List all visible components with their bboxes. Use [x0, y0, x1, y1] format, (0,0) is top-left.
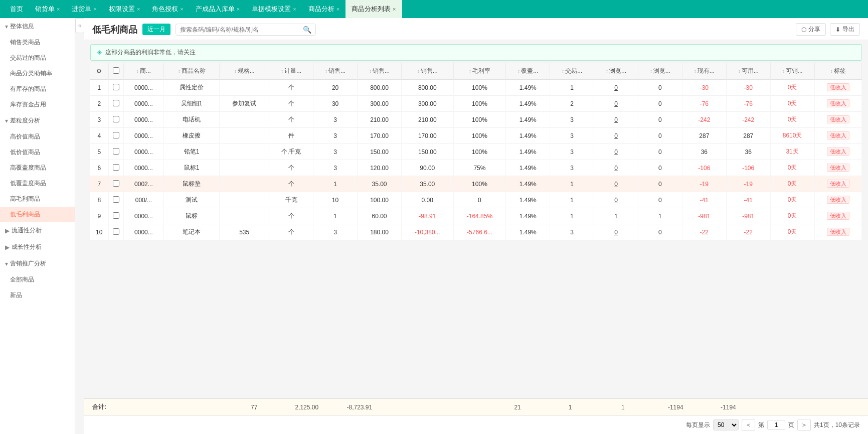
- sidebar-item-new-products[interactable]: 新品: [0, 287, 75, 303]
- nav-products-in[interactable]: 产成品入库单 ×: [190, 0, 246, 18]
- row-select-checkbox[interactable]: [113, 116, 119, 122]
- row-select-checkbox[interactable]: [113, 228, 119, 235]
- col-code[interactable]: ↕商...: [123, 63, 164, 80]
- row-browse1[interactable]: 0: [594, 112, 638, 128]
- nav-templates[interactable]: 单据模板设置 ×: [246, 0, 302, 18]
- row-browse1[interactable]: 1: [594, 208, 638, 224]
- sidebar-group-marketing[interactable]: ▾ 营销推广分析: [0, 255, 75, 272]
- col-sale-profit[interactable]: ↕销售...: [401, 63, 453, 80]
- sidebar-group-overall[interactable]: ▾ 整体信息: [0, 18, 75, 35]
- close-product-analysis-icon[interactable]: ×: [336, 6, 339, 12]
- table-row: 4 0000... 橡皮擦 件 3 170.00 170.00 100% 1.4…: [90, 128, 862, 144]
- col-unit[interactable]: ↕计量...: [269, 63, 313, 80]
- col-profit-rate[interactable]: ↕毛利率: [453, 63, 506, 80]
- tag-badge: 低收入: [827, 115, 849, 123]
- sidebar-item-all-products[interactable]: 全部商品: [0, 272, 75, 287]
- close-roles-icon[interactable]: ×: [180, 6, 183, 12]
- nav-product-analysis[interactable]: 商品分析 ×: [302, 0, 345, 18]
- close-permissions-icon[interactable]: ×: [137, 6, 140, 12]
- close-templates-icon[interactable]: ×: [293, 6, 296, 12]
- nav-permissions[interactable]: 权限设置 ×: [103, 0, 146, 18]
- col-current[interactable]: ↕现有...: [682, 63, 726, 80]
- sidebar-item-sales-products[interactable]: 销售类商品: [0, 35, 75, 50]
- col-browse2[interactable]: ↕浏览...: [638, 63, 682, 80]
- row-select-checkbox[interactable]: [113, 84, 119, 90]
- sidebar-item-inventory-capital[interactable]: 库存资金占用: [0, 97, 75, 112]
- page-number-input[interactable]: [767, 420, 785, 430]
- sidebar-item-low-margin[interactable]: 低毛利商品: [0, 207, 75, 222]
- row-select-checkbox[interactable]: [113, 132, 119, 138]
- row-browse1[interactable]: 0: [594, 192, 638, 208]
- tag-badge: 低收入: [827, 196, 849, 204]
- total-sale-qty: 77: [228, 404, 280, 411]
- row-tag: 低收入: [814, 112, 861, 128]
- export-button[interactable]: ⬇ 导出: [830, 23, 860, 36]
- row-browse1[interactable]: 0: [594, 224, 638, 240]
- tag-badge: 低收入: [827, 212, 849, 220]
- row-checkbox: [108, 80, 123, 96]
- col-gross-rate[interactable]: ↕覆盖...: [506, 63, 550, 80]
- row-available: -106: [726, 160, 770, 176]
- sidebar-item-high-coverage[interactable]: 高覆盖度商品: [0, 160, 75, 176]
- sidebar-item-category-rate[interactable]: 商品分类助销率: [0, 66, 75, 81]
- col-name[interactable]: ↕商品名称: [164, 63, 220, 80]
- sidebar-group-granular[interactable]: ▾ 差粒度分析: [0, 112, 75, 129]
- sidebar-item-low-value[interactable]: 低价值商品: [0, 144, 75, 160]
- nav-roles[interactable]: 角色授权 ×: [146, 0, 189, 18]
- nav-purchase[interactable]: 进货单 ×: [66, 0, 102, 18]
- row-browse1[interactable]: 0: [594, 128, 638, 144]
- filter-period-button[interactable]: 近一月: [142, 24, 170, 35]
- close-sales-icon[interactable]: ×: [57, 6, 60, 12]
- col-browse1[interactable]: ↕浏览...: [594, 63, 638, 80]
- row-select-checkbox[interactable]: [113, 164, 119, 171]
- row-sale-qty: 1: [313, 176, 358, 192]
- sidebar-item-traded-products[interactable]: 交易过的商品: [0, 50, 75, 66]
- row-browse1[interactable]: 0: [594, 176, 638, 192]
- row-browse1[interactable]: 0: [594, 144, 638, 160]
- row-browse1[interactable]: 0: [594, 96, 638, 112]
- sidebar-group-growth[interactable]: ▶ 成长性分析: [0, 239, 75, 255]
- sidebar-item-high-value[interactable]: 高价值商品: [0, 129, 75, 144]
- row-select-checkbox[interactable]: [113, 196, 119, 203]
- row-select-checkbox[interactable]: [113, 212, 119, 219]
- sidebar-item-low-coverage[interactable]: 低覆盖度商品: [0, 176, 75, 191]
- sidebar-item-high-margin[interactable]: 高毛利商品: [0, 191, 75, 207]
- col-sale-qty[interactable]: ↕销售...: [313, 63, 358, 80]
- close-purchase-icon[interactable]: ×: [93, 6, 96, 12]
- close-products-in-icon[interactable]: ×: [237, 6, 240, 12]
- row-no: 3: [90, 112, 108, 128]
- search-icon: 🔍: [303, 26, 311, 34]
- row-select-checkbox[interactable]: [113, 180, 119, 187]
- row-select-checkbox[interactable]: [113, 100, 119, 106]
- col-settings[interactable]: ⚙: [90, 63, 108, 80]
- row-browse1[interactable]: 0: [594, 80, 638, 96]
- sidebar-group-circulation[interactable]: ▶ 流通性分析: [0, 222, 75, 239]
- row-spec: [220, 144, 269, 160]
- row-checkbox: [108, 144, 123, 160]
- col-tag[interactable]: ↕标签: [814, 63, 861, 80]
- row-browse2: 0: [638, 112, 682, 128]
- search-input[interactable]: [180, 26, 303, 33]
- row-browse1[interactable]: 0: [594, 160, 638, 176]
- close-product-analysis-list-icon[interactable]: ×: [393, 6, 396, 12]
- nav-home[interactable]: 首页: [4, 0, 29, 18]
- col-spec[interactable]: ↕规格...: [220, 63, 269, 80]
- per-page-select[interactable]: 50 100 200: [713, 419, 739, 430]
- col-sellable[interactable]: ↕可销...: [770, 63, 814, 80]
- row-sale-profit: 300.00: [401, 96, 453, 112]
- row-spec: [220, 160, 269, 176]
- share-button[interactable]: ⬡ 分享: [796, 23, 826, 36]
- nav-product-analysis-list[interactable]: 商品分析列表 ×: [345, 0, 402, 18]
- prev-page-button[interactable]: ＜: [742, 419, 755, 431]
- row-select-checkbox[interactable]: [113, 148, 119, 155]
- sidebar-collapse-button[interactable]: «: [75, 18, 84, 33]
- col-sale-price[interactable]: ↕销售...: [358, 63, 402, 80]
- next-page-button[interactable]: ＞: [797, 419, 811, 431]
- nav-sales[interactable]: 销货单 ×: [29, 0, 66, 18]
- col-available[interactable]: ↕可用...: [726, 63, 770, 80]
- sidebar-item-stocked-products[interactable]: 有库存的商品: [0, 81, 75, 97]
- row-checkbox: [108, 160, 123, 176]
- col-trade[interactable]: ↕交易...: [550, 63, 594, 80]
- select-all-checkbox[interactable]: [113, 67, 119, 74]
- row-available: -981: [726, 208, 770, 224]
